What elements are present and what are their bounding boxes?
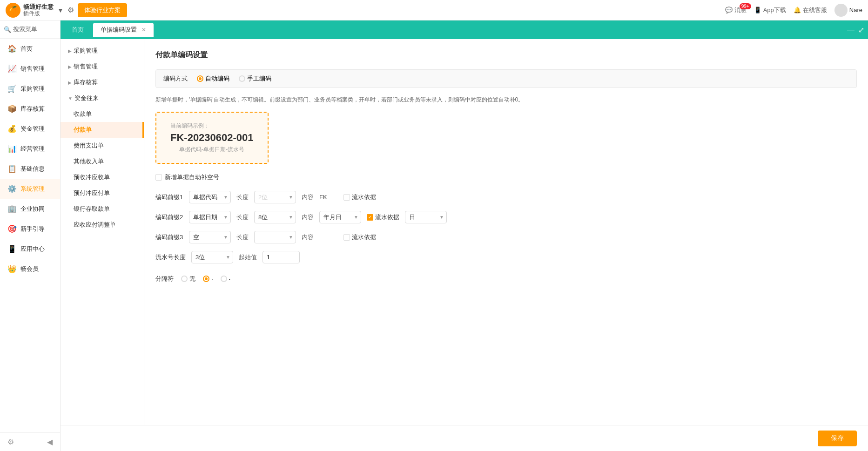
prefix2-select-wrapper: 单据日期 ▼ <box>189 211 231 223</box>
settings-icon[interactable]: ⚙ <box>67 6 74 14</box>
nav-child-expense[interactable]: 费用支出单 <box>61 138 144 154</box>
stream3-checkbox-row[interactable]: 流水依据 <box>343 233 376 242</box>
tab-encoding[interactable]: 单据编码设置 ✕ <box>93 23 154 37</box>
company-icon: 🏢 <box>7 204 17 213</box>
sidebar-item-sales[interactable]: 📈 销售管理 <box>0 59 60 79</box>
serial-length-select[interactable]: 3位 <box>191 251 233 263</box>
prefix3-select[interactable]: 空 <box>189 231 231 243</box>
tab-bar: 首页 单据编码设置 ✕ — ⤢ <box>61 20 868 39</box>
online-service-item[interactable]: 🔔 在线客服 <box>794 6 827 14</box>
content2-select[interactable]: 年月日 <box>319 211 361 223</box>
sidebar-item-basic[interactable]: 📋 基础信息 <box>0 159 60 179</box>
top-bar-right: 💬 消息 99+ 📱 App下载 🔔 在线客服 Nare <box>725 4 862 17</box>
sep-none-option[interactable]: 无 <box>181 275 195 283</box>
length2-select-wrapper: 8位 ▼ <box>254 211 296 223</box>
serial-row: 流水号长度 3位 ▼ 起始值 <box>155 251 857 263</box>
save-button[interactable]: 保存 <box>818 431 857 446</box>
manual-encoding-option[interactable]: 手工编码 <box>239 74 271 83</box>
stream2-unit-select[interactable]: 日 <box>405 211 447 223</box>
stream1-checkbox-row[interactable]: 流水依据 <box>343 193 376 202</box>
sep-dot-radio[interactable] <box>221 276 227 282</box>
sep-none-label: 无 <box>189 275 195 283</box>
dropdown-arrow[interactable]: ▼ <box>57 7 64 14</box>
member-icon: 👑 <box>7 264 17 273</box>
auto-fill-row[interactable]: 新增单据自动补空号 <box>155 173 857 182</box>
form-row-3: 编码前缀3 空 ▼ 长度 ▼ <box>155 231 857 243</box>
sidebar-item-inventory[interactable]: 📦 库存核算 <box>0 99 60 119</box>
message-badge: 99+ <box>740 3 751 9</box>
stream1-checkbox[interactable] <box>343 194 350 201</box>
tab-maximize-button[interactable]: ⤢ <box>858 26 864 34</box>
length3-label: 长度 <box>236 233 249 242</box>
nav-child-prepay-recv[interactable]: 预收冲应收单 <box>61 169 144 185</box>
inventory-icon: 📦 <box>7 104 17 113</box>
nav-child-bank[interactable]: 银行存取款单 <box>61 201 144 217</box>
stream2-checkbox[interactable]: ✓ <box>367 214 373 221</box>
sep-dot-option[interactable]: · <box>221 276 231 283</box>
sidebar-item-finance[interactable]: 💰 资金管理 <box>0 119 60 139</box>
sidebar-item-newbie[interactable]: 🎯 新手引导 <box>0 219 60 239</box>
nav-arrow-expand-icon: ▼ <box>68 96 73 101</box>
nav-group-purchase[interactable]: ▶ 采购管理 <box>61 43 144 59</box>
sidebar-item-apps[interactable]: 📱 应用中心 <box>0 239 60 259</box>
sales-icon: 📈 <box>7 64 17 73</box>
nav-group-inventory[interactable]: ▶ 库存核算 <box>61 74 144 90</box>
message-item[interactable]: 💬 消息 99+ <box>725 6 747 14</box>
auto-fill-checkbox[interactable] <box>155 174 162 181</box>
stream2-label: 流水依据 <box>375 213 399 222</box>
sidebar-item-home[interactable]: 🏠 首页 <box>0 39 60 59</box>
main-layout: 🔍 搜索菜单 🏠 首页 📈 销售管理 🛒 采购管理 📦 库存核算 💰 资金管理 … <box>0 20 868 451</box>
sep-none-radio[interactable] <box>181 276 188 282</box>
prefix1-select[interactable]: 单据代码 <box>189 191 231 203</box>
sidebar-item-purchase[interactable]: 🛒 采购管理 <box>0 79 60 99</box>
nav-child-prepay-pay[interactable]: 预付冲应付单 <box>61 185 144 201</box>
sidebar-item-label: 企业协同 <box>20 205 45 213</box>
nav-child-adjust[interactable]: 应收应付调整单 <box>61 217 144 233</box>
auto-encoding-radio[interactable] <box>197 75 203 82</box>
sidebar-search[interactable]: 🔍 搜索菜单 <box>0 20 60 39</box>
nav-child-income[interactable]: 其他收入单 <box>61 154 144 169</box>
sidebar-item-label: 畅会员 <box>20 265 39 273</box>
start-value-input[interactable] <box>262 251 300 263</box>
prefix2-label: 编码前缀2 <box>155 213 183 222</box>
top-bar: 🍊 畅通好生意 插件版 ▼ ⚙ 体验行业方案 💬 消息 99+ 📱 App下载 … <box>0 0 868 20</box>
nav-group-capital[interactable]: ▼ 资金往来 <box>61 90 144 106</box>
info-text: 新增单据时，'单据编码'自动生成，不可编辑。前缀设置为部门、业务员等档案类，开单… <box>155 95 857 104</box>
sidebar-collapse-icon[interactable]: ◀ <box>47 438 53 446</box>
length1-select[interactable]: 2位 <box>254 191 296 203</box>
form-row-2: 编码前缀2 单据日期 ▼ 长度 8位 ▼ <box>155 211 857 223</box>
top-bar-left: 🍊 畅通好生意 插件版 ▼ ⚙ 体验行业方案 <box>6 3 127 18</box>
prefix2-select[interactable]: 单据日期 <box>189 211 231 223</box>
finance-icon: 💰 <box>7 124 17 133</box>
nav-group-sales[interactable]: ▶ 销售管理 <box>61 59 144 74</box>
stream2-checkbox-row[interactable]: ✓ 流水依据 <box>367 213 399 222</box>
sidebar-item-member[interactable]: 👑 畅会员 <box>0 259 60 279</box>
preview-code: FK-20230602-001 <box>170 132 254 144</box>
stream1-label: 流水依据 <box>352 193 376 202</box>
sidebar-gear-icon[interactable]: ⚙ <box>7 438 14 446</box>
preview-box: 当前编码示例： FK-20230602-001 单据代码-单据日期-流水号 <box>155 112 269 164</box>
app-download-item[interactable]: 📱 App下载 <box>754 6 786 14</box>
manual-encoding-radio[interactable] <box>239 75 245 82</box>
sidebar-item-company[interactable]: 🏢 企业协同 <box>0 199 60 219</box>
sidebar-item-system[interactable]: ⚙️ 系统管理 <box>0 179 60 199</box>
nav-arrow-icon: ▶ <box>68 48 72 54</box>
length2-select[interactable]: 8位 <box>254 211 296 223</box>
length3-select[interactable] <box>254 231 296 243</box>
sidebar-item-label: 资金管理 <box>20 125 45 133</box>
stream3-checkbox[interactable] <box>343 234 350 241</box>
tab-home[interactable]: 首页 <box>64 23 91 37</box>
auto-encoding-option[interactable]: 自动编码 <box>197 74 229 83</box>
sep-dash-radio[interactable] <box>203 276 209 282</box>
industry-button[interactable]: 体验行业方案 <box>78 3 127 17</box>
tab-close-icon[interactable]: ✕ <box>141 27 146 33</box>
nav-child-payment[interactable]: 付款单 <box>61 122 144 138</box>
preview-label: 当前编码示例： <box>170 122 254 130</box>
user-info[interactable]: Nare <box>834 4 862 17</box>
nav-child-receipt[interactable]: 收款单 <box>61 106 144 122</box>
tab-minimize-button[interactable]: — <box>847 26 855 34</box>
prefix3-label: 编码前缀3 <box>155 233 183 242</box>
auto-encoding-label: 自动编码 <box>205 74 229 83</box>
sep-dash-option[interactable]: · <box>203 276 213 283</box>
sidebar-item-operation[interactable]: 📊 经营管理 <box>0 139 60 159</box>
